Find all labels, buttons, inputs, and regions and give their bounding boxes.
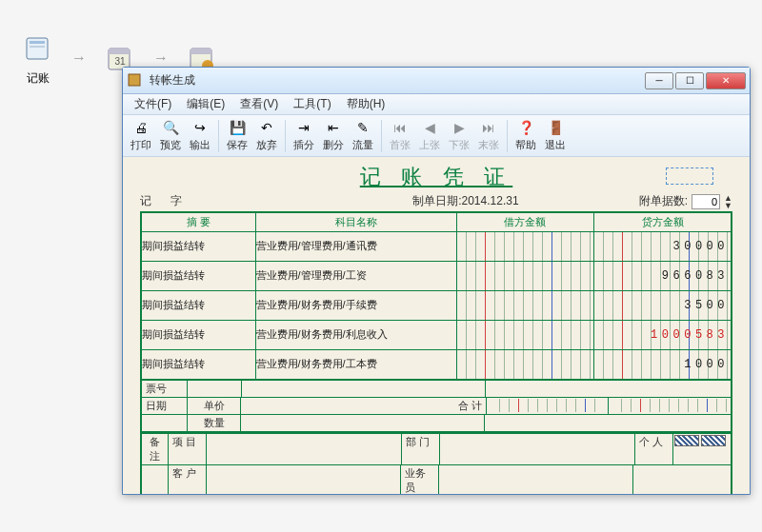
toolbar: 🖨 打印 🔍 预览 ↪ 输出 💾 保存 ↶ 放弃 ⇥ 插分 ⇤ 删分 <box>123 115 750 157</box>
last-icon: ⏭ <box>480 119 497 136</box>
prev-button: ◀ 上张 <box>415 117 444 154</box>
account-cell[interactable]: 营业费用/财务费用/手续费 <box>255 290 456 320</box>
delete-icon: ⇤ <box>325 119 342 136</box>
flow-icon-book[interactable]: 记账 <box>19 29 57 87</box>
next-button: ▶ 下张 <box>445 117 473 154</box>
exit-button[interactable]: 🚪 退出 <box>541 117 570 154</box>
arrow-icon: → <box>71 49 87 67</box>
export-icon: ↪ <box>191 119 209 136</box>
date-label: 日期 <box>142 398 188 414</box>
remark-label: 备注 <box>142 434 169 464</box>
voucher-attach: 附单据数: ▲▼ <box>639 193 732 209</box>
spinner-icon[interactable]: ▲▼ <box>724 194 732 209</box>
separator <box>381 120 382 152</box>
debit-cell[interactable] <box>456 261 593 290</box>
voucher-footer: 票号 日期 单价 合 计 数量 备注 项 目 <box>140 381 732 495</box>
export-button[interactable]: ↪ 输出 <box>186 117 214 154</box>
biz-label: 业务员 <box>401 465 439 495</box>
help-icon: ❓ <box>517 119 534 136</box>
voucher-type: 记 字 <box>140 193 292 209</box>
menu-file[interactable]: 文件(F) <box>127 94 179 114</box>
save-icon: 💾 <box>229 119 246 136</box>
menu-tools[interactable]: 工具(T) <box>286 94 338 114</box>
credit-cell[interactable]: 1000 <box>594 349 732 380</box>
table-row[interactable]: 期间损益结转营业费用/财务费用/工本费1000 <box>141 349 732 380</box>
project-label: 项 目 <box>169 434 207 464</box>
svg-rect-4 <box>109 49 130 54</box>
voucher-window: 转帐生成 ─ ☐ ✕ 文件(F) 编辑(E) 查看(V) 工具(T) 帮助(H)… <box>122 67 751 495</box>
hatch-icon[interactable] <box>674 435 699 446</box>
col-credit: 贷方金额 <box>594 212 732 231</box>
print-icon: 🖨 <box>132 119 150 136</box>
svg-rect-9 <box>129 74 140 86</box>
col-debit: 借方金额 <box>456 212 593 231</box>
account-cell[interactable]: 营业费用/财务费用/工本费 <box>255 349 456 380</box>
print-button[interactable]: 🖨 打印 <box>127 117 155 154</box>
book-icon <box>19 29 57 67</box>
separator <box>285 120 286 152</box>
col-account: 科目名称 <box>255 212 456 231</box>
svg-rect-2 <box>30 46 45 48</box>
credit-cell[interactable]: 966083 <box>594 261 732 290</box>
preview-button[interactable]: 🔍 预览 <box>156 117 185 154</box>
table-row[interactable]: 期间损益结转营业费用/管理费用/工资966083 <box>141 261 732 290</box>
save-button[interactable]: 💾 保存 <box>223 117 251 154</box>
table-row[interactable]: 期间损益结转营业费用/财务费用/利息收入1000583 <box>141 320 732 349</box>
credit-cell[interactable]: 30000 <box>594 231 732 261</box>
menu-edit[interactable]: 编辑(E) <box>179 94 232 114</box>
account-cell[interactable]: 营业费用/管理费用/工资 <box>255 261 456 290</box>
summary-cell[interactable]: 期间损益结转 <box>141 349 255 380</box>
last-button: ⏭ 末张 <box>474 117 503 154</box>
voucher-title: 记 账 凭 证 <box>140 163 732 191</box>
menu-help[interactable]: 帮助(H) <box>339 94 393 114</box>
insert-icon: ⇥ <box>295 119 312 136</box>
menu-view[interactable]: 查看(V) <box>232 94 286 114</box>
account-cell[interactable]: 营业费用/管理费用/通讯费 <box>255 231 456 261</box>
first-button: ⏮ 首张 <box>386 117 414 154</box>
credit-cell[interactable]: 3500 <box>594 290 732 320</box>
voucher-date: 制单日期:2014.12.31 <box>292 193 639 209</box>
debit-cell[interactable] <box>456 290 593 320</box>
titlebar[interactable]: 转帐生成 ─ ☐ ✕ <box>123 68 750 94</box>
help-button[interactable]: ❓ 帮助 <box>511 117 540 154</box>
table-row[interactable]: 期间损益结转营业费用/管理费用/通讯费30000 <box>141 231 732 261</box>
hatch-icon[interactable] <box>701 435 726 446</box>
separator <box>507 120 508 152</box>
flow-button[interactable]: ✎ 流量 <box>349 117 377 154</box>
summary-cell[interactable]: 期间损益结转 <box>141 231 255 261</box>
table-row[interactable]: 期间损益结转营业费用/财务费用/手续费3500 <box>141 290 732 320</box>
flow-label: 记账 <box>27 70 50 87</box>
maximize-button[interactable]: ☐ <box>675 72 704 89</box>
preview-icon: 🔍 <box>162 119 179 136</box>
exit-icon: 🚪 <box>547 119 564 136</box>
svg-rect-7 <box>190 49 211 54</box>
delete-button[interactable]: ⇤ 删分 <box>319 117 348 154</box>
ticket-label: 票号 <box>142 381 188 397</box>
summary-cell[interactable]: 期间损益结转 <box>141 290 255 320</box>
attach-input[interactable] <box>692 194 720 209</box>
credit-cell[interactable]: 1000583 <box>594 320 732 349</box>
debit-cell[interactable] <box>456 231 593 261</box>
insert-button[interactable]: ⇥ 插分 <box>290 117 318 154</box>
app-icon <box>127 72 144 89</box>
summary-cell[interactable]: 期间损益结转 <box>141 261 255 290</box>
account-cell[interactable]: 营业费用/财务费用/利息收入 <box>255 320 456 349</box>
minimize-button[interactable]: ─ <box>645 72 673 89</box>
menubar: 文件(F) 编辑(E) 查看(V) 工具(T) 帮助(H) <box>123 94 750 115</box>
separator <box>218 120 219 152</box>
window-title: 转帐生成 <box>150 72 645 89</box>
price-label: 单价 <box>188 398 241 414</box>
document-area: 记 账 凭 证 记 字 制单日期:2014.12.31 附单据数: ▲▼ <box>123 157 750 494</box>
close-button[interactable]: ✕ <box>706 72 746 89</box>
prev-icon: ◀ <box>421 119 438 136</box>
cancel-button[interactable]: ↶ 放弃 <box>252 117 281 154</box>
voucher-table: 摘 要 科目名称 借方金额 贷方金额 期间损益结转营业费用/管理费用/通讯费30… <box>140 211 732 381</box>
customer-label: 客 户 <box>169 465 207 495</box>
first-icon: ⏮ <box>391 119 409 136</box>
total-label: 合 计 <box>241 398 487 414</box>
flow-icon: ✎ <box>354 119 371 136</box>
debit-cell[interactable] <box>456 349 593 380</box>
summary-cell[interactable]: 期间损益结转 <box>141 320 255 349</box>
col-summary: 摘 要 <box>141 212 255 231</box>
debit-cell[interactable] <box>456 320 593 349</box>
